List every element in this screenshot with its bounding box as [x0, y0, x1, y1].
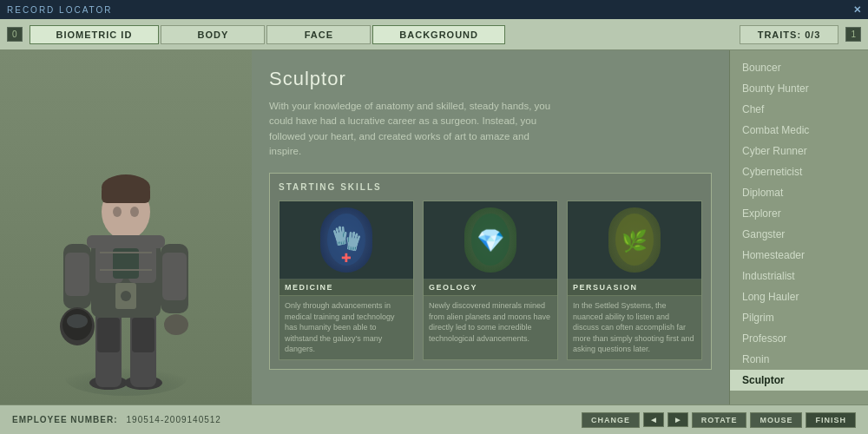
- bottom-bar: EMPLOYEE NUMBER: 190514-2009140512 CHANG…: [0, 404, 868, 434]
- close-icon[interactable]: ✕: [853, 4, 861, 16]
- nav-right-num[interactable]: 1: [845, 27, 861, 42]
- change-button[interactable]: CHANGE: [582, 412, 640, 428]
- employee-number: 190514-2009140512: [127, 415, 221, 424]
- bg-item-cyberneticist[interactable]: Cyberneticist: [730, 161, 868, 182]
- bg-item-gangster[interactable]: Gangster: [730, 224, 868, 245]
- tab-body[interactable]: BODY: [161, 25, 265, 44]
- skill-name-persuasion: PERSUASION: [568, 279, 701, 296]
- tab-biometric[interactable]: BIOMETRIC ID: [30, 25, 160, 44]
- svg-point-26: [130, 207, 139, 217]
- svg-rect-24: [102, 186, 150, 203]
- rotate-button[interactable]: ROTATE: [692, 412, 747, 428]
- bg-item-homesteader[interactable]: Homesteader: [730, 245, 868, 266]
- prev-button[interactable]: ◄: [643, 412, 664, 427]
- skill-card-medicine[interactable]: 🧤 ✚ MEDICINE Only through advancements i…: [279, 201, 414, 360]
- bg-item-cyber-runner[interactable]: Cyber Runner: [730, 141, 868, 161]
- svg-text:🌿: 🌿: [621, 228, 648, 253]
- svg-rect-14: [65, 253, 89, 296]
- bg-item-combat-medic[interactable]: Combat Medic: [730, 120, 868, 141]
- svg-rect-5: [97, 318, 120, 352]
- svg-point-17: [67, 314, 88, 328]
- skills-grid: 🧤 ✚ MEDICINE Only through advancements i…: [279, 201, 702, 360]
- svg-rect-19: [162, 253, 187, 300]
- bg-item-chef[interactable]: Chef: [730, 99, 868, 120]
- svg-rect-27: [87, 235, 165, 248]
- tab-background[interactable]: BACKGROUND: [372, 25, 505, 44]
- svg-point-29: [121, 291, 131, 301]
- svg-text:💎: 💎: [477, 227, 505, 254]
- bg-item-industrialist[interactable]: Industrialist: [730, 266, 868, 286]
- character-figure: [39, 83, 213, 404]
- finish-button[interactable]: FINISH: [806, 412, 856, 428]
- persuasion-icon: 🌿: [608, 207, 661, 273]
- skill-card-geology[interactable]: 💎 GEOLOGY Newly discovered minerals mine…: [423, 201, 558, 360]
- svg-rect-6: [132, 318, 155, 352]
- skill-desc-persuasion: In the Settled Systems, the nuanced abil…: [568, 296, 701, 359]
- svg-point-25: [113, 207, 122, 217]
- next-button[interactable]: ►: [667, 412, 688, 427]
- background-title: Sculptor: [269, 68, 712, 90]
- tab-face[interactable]: FACE: [266, 25, 371, 44]
- mouse-button[interactable]: MOUSE: [750, 412, 802, 428]
- skill-desc-medicine: Only through advancements in medical tra…: [279, 296, 413, 359]
- bg-item-long-hauler[interactable]: Long Hauler: [730, 286, 868, 307]
- bg-item-ronin[interactable]: Ronin: [730, 349, 868, 370]
- svg-text:✚: ✚: [341, 251, 352, 265]
- skills-section: STARTING SKILLS 🧤 ✚ MEDICINE: [269, 173, 712, 370]
- background-list: Bouncer Bounty Hunter Chef Combat Medic …: [729, 50, 868, 404]
- bg-item-bouncer[interactable]: Bouncer: [730, 57, 868, 78]
- bottom-buttons: CHANGE ◄ ► ROTATE MOUSE FINISH: [582, 412, 856, 428]
- employee-label: EMPLOYEE NUMBER:: [12, 415, 118, 424]
- skill-icon-area-persuasion: 🌿: [568, 201, 701, 279]
- nav-left-num[interactable]: 0: [7, 27, 23, 42]
- geology-icon: 💎: [464, 207, 516, 273]
- top-bar: RECORD LOCATOR ✕: [0, 0, 868, 19]
- skill-icon-area-medicine: 🧤 ✚: [279, 201, 413, 279]
- skills-section-label: STARTING SKILLS: [279, 182, 702, 192]
- background-description: With your knowledge of anatomy and skill…: [269, 99, 564, 159]
- svg-text:🧤: 🧤: [332, 224, 362, 253]
- skill-icon-area-geology: 💎: [424, 201, 557, 279]
- bg-item-explorer[interactable]: Explorer: [730, 203, 868, 224]
- skill-name-medicine: MEDICINE: [279, 279, 413, 296]
- svg-point-0: [65, 361, 187, 396]
- medicine-icon: 🧤 ✚: [320, 207, 372, 273]
- skill-card-persuasion[interactable]: 🌿 PERSUASION In the Settled Systems, the…: [567, 201, 702, 360]
- info-panel: Sculptor With your knowledge of anatomy …: [252, 50, 729, 404]
- bg-item-pilgrim[interactable]: Pilgrim: [730, 307, 868, 328]
- bg-item-professor[interactable]: Professor: [730, 328, 868, 349]
- bg-item-sculptor[interactable]: Sculptor: [730, 370, 868, 391]
- bg-item-bounty-hunter[interactable]: Bounty Hunter: [730, 78, 868, 99]
- bg-item-diplomat[interactable]: Diplomat: [730, 182, 868, 203]
- app-title: RECORD LOCATOR: [7, 5, 113, 15]
- svg-point-20: [164, 314, 188, 335]
- skill-desc-geology: Newly discovered minerals mined from ali…: [424, 296, 557, 348]
- tab-traits[interactable]: TRAITS: 0/3: [740, 25, 839, 44]
- main-content: Sculptor With your knowledge of anatomy …: [0, 50, 868, 404]
- character-area: [0, 50, 252, 404]
- nav-tabs: 0 BIOMETRIC ID BODY FACE BACKGROUND TRAI…: [0, 19, 868, 50]
- skill-name-geology: GEOLOGY: [424, 279, 557, 296]
